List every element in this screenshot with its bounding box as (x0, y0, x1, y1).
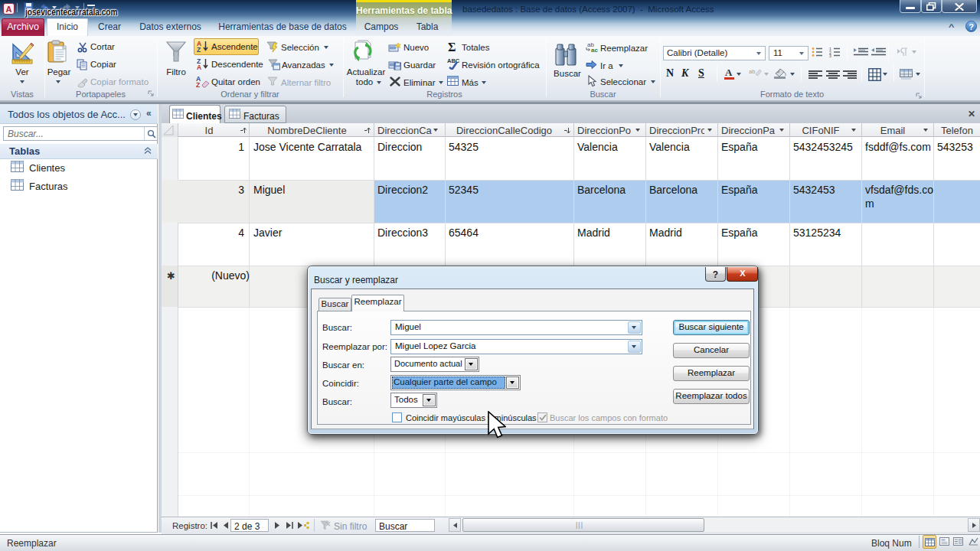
svg-text:A: A (6, 5, 12, 14)
svg-text:3: 3 (829, 54, 831, 57)
svg-text:ac: ac (591, 47, 598, 53)
svg-text:Z: Z (196, 81, 200, 88)
svg-text:ab: ab (749, 68, 755, 75)
svg-text:Z: Z (197, 46, 201, 53)
svg-text:A: A (197, 64, 201, 70)
svg-text:ABC: ABC (447, 57, 460, 64)
